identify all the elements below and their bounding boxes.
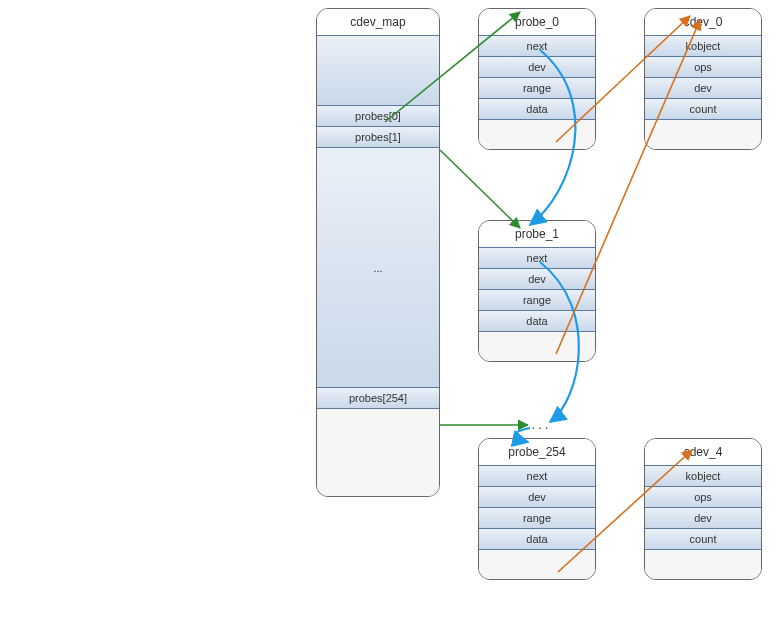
cdev-0-dev: dev — [645, 77, 761, 98]
cdev-0-ops: ops — [645, 56, 761, 77]
probe-1-range: range — [479, 289, 595, 310]
cdev-map-row-0: probes[0] — [317, 105, 439, 126]
struct-title: cdev_4 — [645, 439, 761, 465]
probe-254-dev: dev — [479, 486, 595, 507]
arrow-probes1-to-probe1 — [440, 150, 520, 228]
probe-254-data: data — [479, 528, 595, 549]
probe-0-blank — [479, 119, 595, 149]
probe-254-next: next — [479, 465, 595, 486]
cdev-map-blank-bottom — [317, 408, 439, 496]
struct-cdev-4: cdev_4 kobject ops dev count — [644, 438, 762, 580]
probe-0-data: data — [479, 98, 595, 119]
struct-title: cdev_map — [317, 9, 439, 35]
cdev-4-blank — [645, 549, 761, 579]
probe-1-data: data — [479, 310, 595, 331]
cdev-0-blank — [645, 119, 761, 149]
cdev-4-kobject: kobject — [645, 465, 761, 486]
probe-254-range: range — [479, 507, 595, 528]
cdev-4-count: count — [645, 528, 761, 549]
struct-probe-254: probe_254 next dev range data — [478, 438, 596, 580]
cdev-0-count: count — [645, 98, 761, 119]
struct-title: probe_254 — [479, 439, 595, 465]
struct-title: probe_0 — [479, 9, 595, 35]
struct-probe-1: probe_1 next dev range data — [478, 220, 596, 362]
cdev-4-dev: dev — [645, 507, 761, 528]
struct-cdev-map: cdev_map probes[0] probes[1] ... probes[… — [316, 8, 440, 497]
struct-title: cdev_0 — [645, 9, 761, 35]
struct-cdev-0: cdev_0 kobject ops dev count — [644, 8, 762, 150]
cdev-map-row-254: probes[254] — [317, 387, 439, 408]
probe-254-blank — [479, 549, 595, 579]
probe-1-blank — [479, 331, 595, 361]
probe-1-next: next — [479, 247, 595, 268]
cdev-map-blank-top — [317, 35, 439, 105]
probe-0-next: next — [479, 35, 595, 56]
cdev-map-row-1: probes[1] — [317, 126, 439, 147]
probe-chain-ellipsis: . . . — [520, 418, 560, 432]
probe-0-dev: dev — [479, 56, 595, 77]
struct-probe-0: probe_0 next dev range data — [478, 8, 596, 150]
probe-0-range: range — [479, 77, 595, 98]
cdev-0-kobject: kobject — [645, 35, 761, 56]
struct-title: probe_1 — [479, 221, 595, 247]
probe-1-dev: dev — [479, 268, 595, 289]
cdev-4-ops: ops — [645, 486, 761, 507]
cdev-map-row-ellipsis: ... — [317, 147, 439, 387]
